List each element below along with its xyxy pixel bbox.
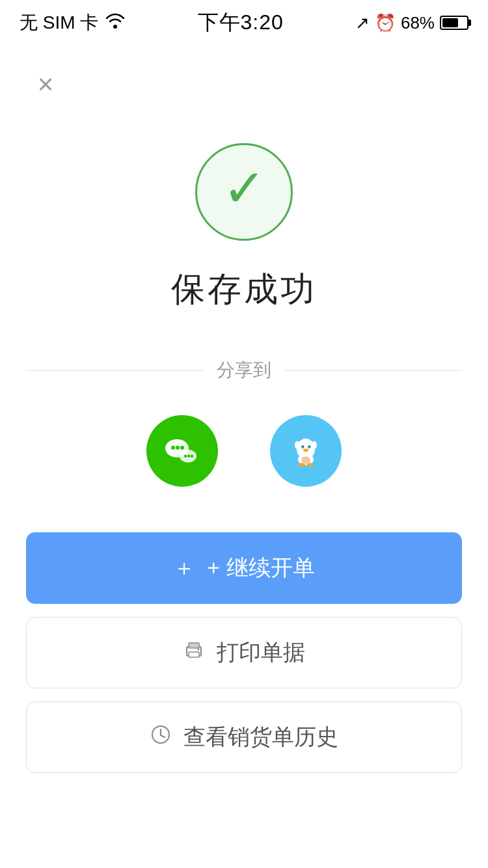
share-label: 分享到 (217, 358, 271, 383)
battery-fill (442, 18, 458, 27)
divider-line-right (284, 370, 462, 371)
qq-icon (287, 432, 325, 470)
svg-point-3 (180, 446, 184, 450)
svg-point-6 (187, 455, 190, 457)
share-section: 分享到 (0, 358, 488, 500)
sim-status: 无 SIM 卡 (20, 10, 98, 35)
status-left: 无 SIM 卡 (20, 10, 126, 35)
svg-point-17 (301, 457, 310, 464)
svg-point-12 (309, 446, 310, 447)
check-icon: ✓ (223, 163, 266, 215)
success-title: 保存成功 (171, 267, 317, 312)
svg-rect-22 (189, 652, 199, 657)
location-icon: ↗ (355, 13, 370, 33)
close-icon: × (38, 71, 54, 98)
view-history-button[interactable]: 查看销货单历史 (26, 701, 462, 773)
qq-share-button[interactable] (270, 415, 342, 487)
svg-point-15 (312, 441, 317, 449)
svg-point-2 (176, 446, 180, 450)
share-icons (26, 415, 462, 487)
close-button[interactable]: × (26, 65, 65, 104)
share-divider: 分享到 (26, 358, 462, 383)
history-icon (150, 724, 172, 751)
svg-point-7 (191, 455, 193, 457)
status-bar: 无 SIM 卡 下午3:20 ↗ ⏰ 68% (0, 0, 488, 46)
svg-point-13 (303, 449, 308, 452)
svg-point-23 (198, 649, 200, 651)
print-label: 打印单据 (217, 638, 305, 668)
svg-line-26 (161, 735, 165, 737)
success-circle: ✓ (195, 143, 293, 241)
wechat-icon (162, 434, 202, 468)
actions-section: ＋ + 继续开单 打印单据 查看销货单历史 (0, 513, 488, 773)
svg-point-19 (306, 463, 313, 467)
success-section: ✓ 保存成功 (0, 117, 488, 332)
continue-order-button[interactable]: ＋ + 继续开单 (26, 532, 462, 604)
time-display: 下午3:20 (198, 8, 284, 37)
print-icon (183, 639, 205, 666)
status-right: ↗ ⏰ 68% (355, 13, 468, 33)
continue-order-label: + 继续开单 (207, 553, 314, 583)
battery-icon (440, 16, 468, 30)
svg-point-14 (295, 441, 300, 449)
divider-line-left (26, 370, 204, 371)
close-area: × (0, 46, 488, 117)
battery-percent: 68% (401, 13, 435, 33)
plus-icon: ＋ (173, 553, 195, 583)
svg-point-1 (171, 446, 175, 450)
print-button[interactable]: 打印单据 (26, 617, 462, 688)
svg-point-5 (184, 455, 187, 457)
alarm-icon: ⏰ (375, 13, 396, 33)
wifi-icon (105, 12, 126, 33)
svg-point-18 (299, 463, 305, 467)
history-label: 查看销货单历史 (183, 722, 338, 752)
svg-point-11 (303, 446, 304, 447)
svg-rect-21 (189, 643, 199, 648)
wechat-share-button[interactable] (146, 415, 218, 487)
